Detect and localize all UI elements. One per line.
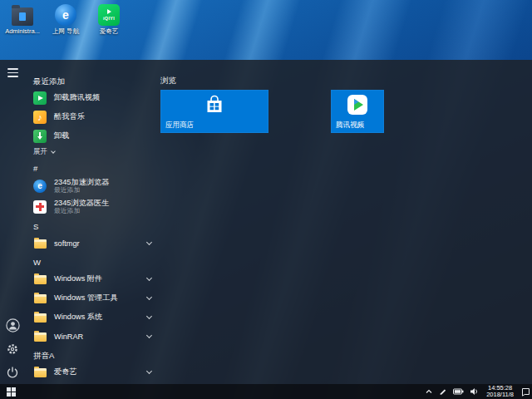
chevron-down-icon (146, 239, 152, 245)
app-row-windows-system[interactable]: Windows 系统 (28, 308, 158, 327)
tile-tencent-video[interactable]: 腾讯视频 (331, 90, 384, 133)
app-row-label: 爱奇艺 (54, 367, 77, 377)
recent-added-header: 最近添加 (33, 75, 158, 88)
start-button[interactable] (0, 384, 22, 399)
user-avatar[interactable] (6, 318, 20, 332)
tile-label: 应用商店 (165, 121, 194, 131)
chevron-down-icon (146, 313, 152, 319)
browser-doctor-icon (33, 200, 47, 214)
letter-header-w[interactable]: W (33, 256, 158, 269)
app-row-uninstall[interactable]: 卸载 (28, 126, 158, 145)
app-row-label: Windows 管理工具 (54, 293, 118, 303)
hidden-icons-chevron[interactable] (425, 388, 433, 395)
store-bag-icon (160, 94, 268, 116)
tile-group-header[interactable]: 浏览 (160, 75, 268, 86)
app-row-iqiyi-folder[interactable]: 爱奇艺 (28, 362, 158, 382)
app-row-label: 酷我音乐 (54, 111, 85, 122)
tencent-video-icon (33, 91, 47, 105)
tile-label: 腾讯视频 (336, 121, 364, 131)
iqiyi-icon (98, 4, 120, 26)
2345-browser-icon (33, 180, 47, 193)
app-row-windows-accessories[interactable]: Windows 附件 (28, 269, 158, 288)
taskbar: 14:55:28 2018/11/8 (0, 384, 532, 399)
app-row-label: Windows 系统 (54, 312, 102, 323)
chevron-down-icon (146, 275, 152, 281)
action-center-icon[interactable] (521, 387, 530, 397)
tile-group-header-empty (331, 75, 384, 86)
taskbar-clock[interactable]: 14:55:28 2018/11/8 (485, 385, 515, 398)
start-rail (0, 60, 25, 384)
tiles-area: 浏览 应用商店 (160, 75, 384, 133)
letter-header-pinyin-a[interactable]: 拼音A (33, 349, 158, 362)
app-row-subtitle: 最近添加 (54, 207, 109, 214)
desktop-icon-label: 爱奇艺 (100, 28, 119, 36)
battery-icon[interactable] (453, 388, 464, 395)
tile-app-store[interactable]: 应用商店 (160, 90, 268, 133)
desktop-icon-web-navigation[interactable]: 上网 导航 (47, 4, 85, 36)
app-row-label: WinRAR (54, 332, 83, 341)
windows-logo-icon (7, 387, 16, 397)
pen-icon[interactable] (439, 387, 447, 396)
chevron-down-icon (146, 332, 152, 338)
start-menu: 最近添加 卸载腾讯视频 酷我音乐 卸载 展开 # 2345加速浏览器 最近添加 (0, 60, 532, 384)
hamburger-menu-icon[interactable] (7, 68, 18, 80)
folder-icon (33, 330, 47, 343)
desktop-icon-administrator[interactable]: Administra... (3, 4, 42, 36)
app-row-label: 卸载 (54, 131, 69, 141)
tencent-video-play-icon (331, 94, 384, 116)
user-folder-icon (12, 7, 33, 26)
app-row-windows-admin-tools[interactable]: Windows 管理工具 (28, 288, 158, 308)
chevron-down-icon (146, 294, 152, 300)
app-row-label: 卸载腾讯视频 (54, 92, 100, 103)
letter-header-hash[interactable]: # (33, 162, 158, 175)
chevron-down-icon (51, 149, 56, 154)
app-row-winrar[interactable]: WinRAR (28, 327, 158, 346)
app-row-2345-browser[interactable]: 2345加速浏览器 最近添加 (28, 175, 158, 196)
folder-icon (33, 311, 47, 324)
browser-circle-icon (55, 4, 76, 26)
desktop-icon-label: 上网 导航 (52, 28, 79, 36)
expand-label: 展开 (33, 147, 47, 157)
app-list: 最近添加 卸载腾讯视频 酷我音乐 卸载 展开 # 2345加速浏览器 最近添加 (28, 75, 158, 384)
folder-icon (33, 366, 47, 379)
clock-date: 2018/11/8 (486, 392, 514, 398)
chevron-down-icon (146, 368, 152, 374)
app-row-kuwo-music[interactable]: 酷我音乐 (28, 107, 158, 126)
tile-group-browse: 浏览 应用商店 (160, 75, 268, 133)
folder-icon (33, 292, 47, 305)
app-row-subtitle: 最近添加 (54, 186, 109, 194)
letter-header-s[interactable]: S (33, 220, 158, 234)
app-row-softmgr[interactable]: softmgr (28, 234, 158, 253)
expand-button[interactable]: 展开 (28, 145, 158, 159)
settings-button[interactable] (6, 342, 19, 356)
volume-icon[interactable] (470, 387, 479, 396)
uninstall-icon (33, 130, 47, 143)
folder-icon (33, 273, 47, 286)
app-row-label: 2345加速浏览器 (54, 178, 109, 186)
folder-icon (33, 237, 47, 250)
app-row-2345-browser-doctor[interactable]: 2345浏览器医生 最近添加 (28, 196, 158, 217)
desktop-icon-iqiyi[interactable]: 爱奇艺 (90, 4, 128, 36)
power-button[interactable] (6, 366, 19, 379)
desktop-icon-label: Administra... (5, 28, 40, 36)
power-icon (6, 366, 19, 379)
desktop-icons: Administra... 上网 导航 爱奇艺 (3, 4, 128, 36)
gear-icon (6, 342, 19, 356)
user-avatar-icon (6, 318, 20, 332)
system-tray: 14:55:28 2018/11/8 (425, 384, 530, 399)
app-row-label: 2345浏览器医生 (54, 199, 109, 207)
app-row-uninstall-tencent-video[interactable]: 卸载腾讯视频 (28, 88, 158, 107)
tile-group-unnamed: 腾讯视频 (331, 75, 384, 133)
kuwo-music-icon (33, 111, 47, 124)
app-row-label: Windows 附件 (54, 273, 102, 284)
app-row-label: softmgr (54, 239, 80, 248)
